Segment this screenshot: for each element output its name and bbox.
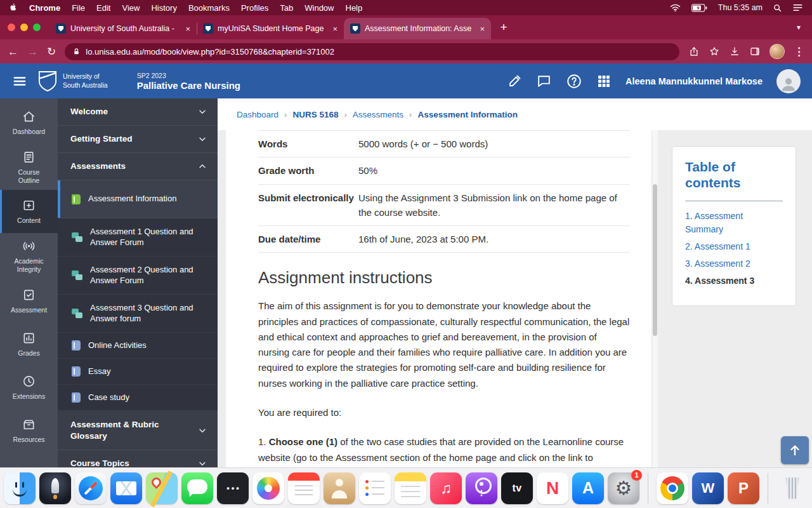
menu-bookmarks[interactable]: Bookmarks	[188, 3, 230, 13]
dock-calendar-icon[interactable]	[288, 472, 320, 504]
bookmark-star-icon[interactable]	[709, 46, 720, 57]
close-tab-icon[interactable]: ×	[185, 24, 190, 34]
nav-section-course-topics[interactable]: Course Topics	[58, 450, 218, 467]
close-tab-icon[interactable]: ×	[480, 24, 485, 34]
dock-chrome-icon[interactable]	[657, 472, 688, 504]
address-bar[interactable]: lo.unisa.edu.au/mod/book/view.php?id=315…	[65, 43, 679, 60]
menu-help[interactable]: Help	[346, 3, 363, 13]
toc-item-assessment-summary[interactable]: 1. Assessment Summary	[685, 210, 783, 236]
dock-podcasts-icon[interactable]	[466, 472, 497, 504]
dock-reminders-icon[interactable]	[359, 472, 391, 504]
menu-view[interactable]: View	[122, 3, 140, 13]
breadcrumb-assessments[interactable]: Assessments	[353, 110, 403, 119]
content-scrollbar[interactable]	[652, 130, 658, 467]
toc-item-assessment-2[interactable]: 3. Assessment 2	[685, 257, 783, 271]
dock-word-icon[interactable]: W	[692, 472, 724, 504]
back-button[interactable]: ←	[8, 46, 18, 57]
menu-window[interactable]: Window	[304, 3, 334, 13]
nav-section-assessments[interactable]: Assessments	[58, 153, 218, 180]
nav-item-assessment-1-forum[interactable]: Assessment 1 Question and Answer Forum	[58, 218, 218, 257]
rail-item-academic-integrity[interactable]: Academic Integrity	[0, 233, 58, 279]
rail-item-content[interactable]: Content	[0, 190, 58, 233]
dock-finder-icon[interactable]	[4, 472, 36, 504]
apps-grid-icon[interactable]	[596, 74, 612, 89]
rail-item-course-outline[interactable]: Course Outline	[0, 144, 58, 190]
toc-item-assessment-1[interactable]: 2. Assessment 1	[685, 240, 783, 253]
menu-file[interactable]: File	[72, 3, 85, 13]
dock-notes-icon[interactable]	[395, 472, 426, 504]
rail-item-assessment[interactable]: Assessment	[0, 279, 58, 322]
rail-item-resources[interactable]: Resources	[0, 408, 58, 451]
dock-powerpoint-icon[interactable]: P	[728, 472, 759, 504]
new-tab-button[interactable]: +	[495, 18, 513, 36]
help-icon[interactable]	[566, 73, 582, 90]
menu-edit[interactable]: Edit	[96, 3, 110, 13]
toc-item-assessment-3[interactable]: 4. Assessment 3	[685, 274, 783, 288]
breadcrumb: Dashboard › NURS 5168 › Assessments › As…	[218, 98, 812, 130]
nav-item-case-study[interactable]: Case study	[58, 385, 218, 411]
nav-section-welcome[interactable]: Welcome	[58, 98, 218, 126]
apple-menu-icon[interactable]	[9, 2, 18, 14]
dock-settings-icon[interactable]: ⚙ 1	[608, 472, 639, 504]
rail-item-extensions[interactable]: Extensions	[0, 365, 58, 408]
dock-contacts-icon[interactable]	[324, 472, 355, 504]
dock-maps-icon[interactable]	[146, 472, 178, 504]
forward-button[interactable]: →	[27, 46, 38, 57]
unisa-logo[interactable]: University of South Australia	[38, 70, 108, 92]
nav-item-online-activities[interactable]: Online Activities	[58, 333, 218, 359]
dock-mail-icon[interactable]	[110, 472, 142, 504]
chevron-down-icon	[197, 107, 207, 117]
nav-section-getting-started[interactable]: Getting Started	[58, 126, 218, 153]
tab-search-chevron-icon[interactable]: ▾	[790, 23, 807, 32]
dock-trash-icon[interactable]	[776, 472, 808, 504]
nav-drawer-toggle-icon[interactable]	[11, 74, 28, 88]
menu-profiles[interactable]: Profiles	[241, 3, 268, 13]
breadcrumb-course-code[interactable]: NURS 5168	[292, 110, 338, 119]
browser-menu-icon[interactable]: ⋮	[794, 45, 804, 58]
side-panel-icon[interactable]	[749, 46, 761, 57]
dock-app-store-icon[interactable]: A	[572, 472, 604, 504]
tab-assessment-information[interactable]: Assessment Information: Asse ×	[344, 18, 491, 39]
share-icon[interactable]	[688, 46, 700, 57]
user-name[interactable]: Aleena Mannukkunnel Markose	[625, 76, 763, 86]
battery-icon[interactable]	[691, 4, 708, 12]
dock-messages-icon[interactable]	[181, 472, 213, 504]
nav-section-glossary[interactable]: Assessment & Rubric Glossary	[58, 411, 218, 450]
nav-item-assessment-3-forum[interactable]: Assessment 3 Question and Answer forum	[58, 295, 218, 333]
dock-tv-icon[interactable]: tv	[501, 472, 533, 504]
downloads-icon[interactable]	[729, 46, 740, 57]
close-window-button[interactable]	[8, 23, 15, 31]
paintbrush-icon[interactable]	[507, 74, 522, 89]
nav-item-essay[interactable]: Essay	[58, 359, 218, 385]
course-title[interactable]: Palliative Care Nursing	[137, 80, 240, 91]
nav-item-assessment-information[interactable]: Assessment Information	[58, 180, 218, 218]
user-avatar[interactable]	[776, 69, 801, 93]
scrollbar-thumb[interactable]	[653, 184, 657, 336]
wifi-icon[interactable]	[670, 3, 681, 12]
spotlight-search-icon[interactable]	[773, 3, 782, 13]
rail-item-grades[interactable]: Grades	[0, 322, 58, 365]
breadcrumb-current-page[interactable]: Assessment Information	[417, 110, 518, 119]
nav-item-assessment-2-forum[interactable]: Assessment 2 Question and Answer Forum	[58, 257, 218, 295]
menu-tab[interactable]: Tab	[280, 3, 293, 13]
forum-icon	[72, 309, 82, 318]
dock-photos-icon[interactable]	[252, 472, 284, 504]
tab-myunisa[interactable]: myUniSA Student Home Page ×	[197, 18, 344, 39]
zoom-window-button[interactable]	[33, 23, 41, 31]
dock-music-icon[interactable]: ♫	[430, 472, 462, 504]
control-center-icon[interactable]	[792, 3, 803, 12]
reload-button[interactable]: ↻	[47, 46, 56, 57]
scroll-to-top-button[interactable]	[781, 436, 809, 464]
dock-news-icon[interactable]: N	[537, 472, 568, 504]
messages-bubble-icon[interactable]	[536, 73, 552, 89]
menu-history[interactable]: History	[151, 3, 176, 13]
breadcrumb-dashboard[interactable]: Dashboard	[237, 110, 278, 119]
dock-safari-icon[interactable]	[75, 472, 107, 504]
rail-item-dashboard[interactable]: Dashboard	[0, 101, 58, 144]
browser-profile-avatar[interactable]	[769, 44, 785, 59]
menu-app-name[interactable]: Chrome	[29, 3, 60, 13]
minimize-window-button[interactable]	[20, 23, 28, 31]
dock-three-dots-app-icon[interactable]: •••	[217, 472, 249, 504]
close-tab-icon[interactable]: ×	[332, 24, 337, 34]
tab-unisa[interactable]: University of South Australia - ×	[49, 18, 197, 39]
